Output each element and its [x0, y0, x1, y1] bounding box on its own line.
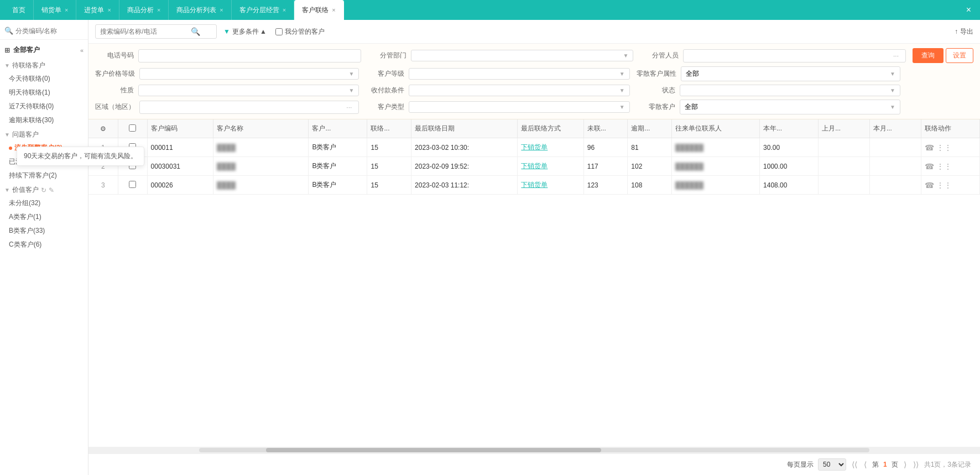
- select-all-checkbox[interactable]: [129, 124, 136, 132]
- tab-sales[interactable]: 销货单 ×: [34, 0, 76, 20]
- zero-attr-select[interactable]: 全部 ▼: [681, 66, 900, 81]
- sidebar-item-declining[interactable]: 持续下滑客户(2): [0, 169, 88, 182]
- section-problem[interactable]: ▼ 问题客户: [0, 127, 88, 141]
- per-page-select[interactable]: 50 100 200: [818, 458, 846, 471]
- th-settings[interactable]: ⚙: [88, 119, 118, 138]
- sidebar-item-tomorrow[interactable]: 明天待联络(1): [0, 86, 88, 100]
- my-customers-filter[interactable]: 我分管的客户: [275, 27, 325, 36]
- my-customers-checkbox[interactable]: [275, 28, 283, 35]
- tab-close-sales[interactable]: ×: [65, 7, 68, 13]
- cell-contact: 15: [367, 138, 411, 157]
- region-select[interactable]: ···: [139, 101, 359, 114]
- cell-method[interactable]: 下销货单: [518, 157, 583, 176]
- table-row: 3 000026 ████ B类客户 15 2023-02-03 11:12: …: [88, 176, 980, 195]
- tab-close-purchase[interactable]: ×: [107, 7, 111, 13]
- dept-select[interactable]: ▼: [411, 50, 634, 61]
- person-select[interactable]: ···: [683, 49, 906, 62]
- horizontal-scrollbar[interactable]: [88, 447, 980, 453]
- customer-level-select[interactable]: ▼: [409, 68, 629, 80]
- cell-lastmonth: [819, 157, 870, 176]
- tab-home[interactable]: 首页: [4, 0, 34, 20]
- nature-select[interactable]: ▼: [138, 85, 359, 96]
- region-dots[interactable]: ···: [344, 103, 354, 111]
- value-refresh-icon[interactable]: ↻: [41, 186, 46, 194]
- cell-code: 000026: [147, 176, 213, 195]
- filter-bar: 🔍 ▼ 更多条件 ▲ 我分管的客户 ↑ 导出: [88, 20, 980, 44]
- sidebar-search-input[interactable]: [15, 27, 84, 35]
- th-thisyear: 本年...: [760, 119, 819, 138]
- data-table-wrapper: ⚙ 客户编码 客户名称 客户...: [88, 119, 980, 447]
- table-settings-icon[interactable]: ⚙: [100, 125, 106, 133]
- cell-method[interactable]: 下销货单: [518, 176, 583, 195]
- tab-close-analysis-list[interactable]: ×: [220, 7, 223, 13]
- person-dots[interactable]: ···: [891, 52, 901, 60]
- cell-liaison: ██████: [671, 176, 759, 195]
- sidebar-all-customers[interactable]: ⊞ 全部客户 «: [0, 42, 88, 58]
- pagination-prev-first[interactable]: ⟨⟨: [851, 460, 858, 469]
- payment-select[interactable]: ▼: [409, 85, 629, 96]
- phone-input[interactable]: [138, 49, 361, 62]
- search-button[interactable]: 🔍: [191, 27, 200, 36]
- tab-bar: 首页 销货单 × 进货单 × 商品分析 × 商品分析列表 × 客户分层经营 × …: [0, 0, 980, 20]
- action-contact-icon[interactable]: ☎: [925, 162, 934, 171]
- scroll-thumb[interactable]: [266, 448, 601, 452]
- tab-analysis[interactable]: 商品分析 ×: [119, 0, 169, 20]
- status-select[interactable]: ▼: [680, 85, 900, 96]
- sidebar-item-class-b[interactable]: B类客户(33): [0, 224, 88, 238]
- filter-row-4: 区域（地区） ··· 客户类型 ▼ 零散客户 全部: [95, 100, 973, 114]
- price-level-select[interactable]: ▼: [139, 68, 359, 80]
- sidebar-item-class-a[interactable]: A类客户(1): [0, 210, 88, 224]
- tab-customer-contact[interactable]: 客户联络 ×: [294, 0, 343, 20]
- tab-close-customer-layer[interactable]: ×: [283, 7, 286, 13]
- cell-action: ☎ ⋮⋮: [921, 157, 979, 176]
- payment-chevron-icon: ▼: [619, 87, 625, 93]
- filter-nature: 性质 ▼: [95, 85, 359, 96]
- sidebar-item-7days[interactable]: 近7天待联络(0): [0, 100, 88, 113]
- cell-thismonth: [869, 138, 921, 157]
- th-checkbox[interactable]: [118, 119, 147, 138]
- tab-close-analysis[interactable]: ×: [157, 7, 160, 13]
- cell-action: ☎ ⋮⋮: [921, 138, 979, 157]
- cell-overdue: 81: [628, 138, 672, 157]
- sidebar-search-area: 🔍: [0, 24, 88, 40]
- pagination-prev[interactable]: ⟨: [863, 460, 868, 469]
- action-contact-icon[interactable]: ☎: [925, 143, 934, 152]
- section-value[interactable]: ▼ 价值客户 ↻ ✎: [0, 182, 88, 196]
- action-contact-icon[interactable]: ☎: [925, 181, 934, 190]
- cell-checkbox[interactable]: [118, 176, 147, 195]
- th-method: 最后联络方式: [518, 119, 583, 138]
- section-pending[interactable]: ▼ 待联络客户: [0, 58, 88, 72]
- th-code: 客户编码: [147, 119, 213, 138]
- cell-thismonth: [869, 157, 921, 176]
- value-edit-icon[interactable]: ✎: [49, 186, 54, 194]
- pagination-next-last[interactable]: ⟩⟩: [912, 460, 920, 469]
- tab-customer-layer[interactable]: 客户分层经营 ×: [232, 0, 294, 20]
- customer-type-select[interactable]: ▼: [409, 101, 629, 113]
- action-more-icon[interactable]: ⋮⋮: [936, 162, 952, 171]
- cell-liaison: ██████: [671, 157, 759, 176]
- sidebar-item-ungrouped[interactable]: 未分组(32): [0, 196, 88, 210]
- sidebar-item-class-c[interactable]: C类客户(6): [0, 238, 88, 252]
- settings-button[interactable]: 设置: [946, 48, 973, 63]
- query-button[interactable]: 查询: [913, 48, 943, 63]
- sidebar-item-today[interactable]: 今天待联络(0): [0, 72, 88, 86]
- action-more-icon[interactable]: ⋮⋮: [936, 143, 952, 152]
- export-button[interactable]: ↑ 导出: [955, 27, 973, 36]
- action-more-icon[interactable]: ⋮⋮: [936, 181, 952, 190]
- content-area: 🔍 ▼ 更多条件 ▲ 我分管的客户 ↑ 导出 电话号码: [88, 20, 980, 475]
- search-input[interactable]: [100, 28, 189, 35]
- filter-actions: 查询 设置: [913, 48, 973, 63]
- advanced-filter: 电话号码 分管部门 ▼ 分管人员 ···: [88, 44, 980, 119]
- tab-close-customer-contact[interactable]: ×: [332, 7, 335, 13]
- cell-method[interactable]: 下销货单: [518, 138, 583, 157]
- window-close-button[interactable]: ×: [962, 3, 976, 17]
- tab-purchase[interactable]: 进货单 ×: [76, 0, 119, 20]
- cell-uncontact: 96: [583, 138, 628, 157]
- more-conditions-button[interactable]: ▼ 更多条件 ▲: [223, 27, 267, 36]
- filter-phone: 电话号码: [95, 49, 361, 62]
- zero-customer-select[interactable]: 全部 ▼: [680, 100, 900, 114]
- sidebar-item-overdue[interactable]: 逾期未联络(30): [0, 113, 88, 127]
- tab-analysis-list[interactable]: 商品分析列表 ×: [169, 0, 231, 20]
- pagination-next[interactable]: ⟩: [903, 460, 908, 469]
- filter-icon: ▼: [223, 28, 230, 35]
